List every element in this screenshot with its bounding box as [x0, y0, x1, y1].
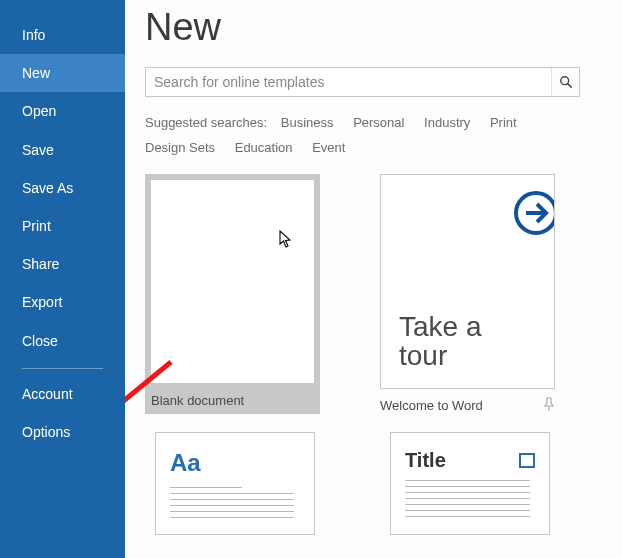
page-title: New	[145, 6, 602, 49]
sidebar-item-share[interactable]: Share	[0, 245, 125, 283]
search-icon	[559, 75, 573, 89]
sidebar-item-label: Close	[22, 333, 58, 349]
sidebar-item-account[interactable]: Account	[0, 375, 125, 413]
suggested-link-business[interactable]: Business	[281, 115, 334, 130]
template-label: Welcome to Word	[380, 398, 483, 413]
suggested-link-print[interactable]: Print	[490, 115, 517, 130]
sidebar-item-label: Save	[22, 142, 54, 158]
search-input[interactable]	[146, 68, 551, 96]
suggested-searches: Suggested searches: Business Personal In…	[145, 111, 585, 160]
sidebar-item-export[interactable]: Export	[0, 283, 125, 321]
sidebar-item-label: Info	[22, 27, 45, 43]
sidebar-item-save-as[interactable]: Save As	[0, 169, 125, 207]
template-thumbnail: Take a tour	[380, 174, 555, 389]
sidebar-item-label: Print	[22, 218, 51, 234]
template-thumbnail	[145, 174, 320, 389]
search-row	[145, 67, 580, 97]
sidebar-item-label: Options	[22, 424, 70, 440]
sidebar-item-save[interactable]: Save	[0, 131, 125, 169]
suggested-label: Suggested searches:	[145, 115, 267, 130]
tour-heading: Take a tour	[399, 312, 482, 371]
template-preview-title[interactable]: Title	[390, 432, 550, 535]
template-welcome-to-word[interactable]: Take a tour Welcome to Word	[380, 174, 555, 414]
sidebar-item-options[interactable]: Options	[0, 413, 125, 451]
svg-line-1	[567, 84, 571, 88]
document-icon	[519, 453, 535, 468]
sidebar-item-label: Share	[22, 256, 59, 272]
preview-heading: Aa	[170, 449, 300, 477]
preview-lines	[170, 487, 300, 518]
preview-heading: Title	[405, 449, 446, 472]
template-blank-document[interactable]: Blank document	[145, 174, 320, 414]
sidebar-item-close[interactable]: Close	[0, 322, 125, 360]
arrow-right-circle-icon	[512, 189, 555, 237]
templates-row-2: Aa Title	[155, 432, 602, 535]
suggested-link-education[interactable]: Education	[235, 140, 293, 155]
template-label: Blank document	[151, 393, 244, 408]
sidebar-item-info[interactable]: Info	[0, 16, 125, 54]
suggested-link-personal[interactable]: Personal	[353, 115, 404, 130]
preview-lines	[405, 480, 535, 517]
main-panel: New Suggested searches: Business Persona…	[125, 0, 622, 558]
templates-row-1: Blank document Take a tour	[145, 174, 602, 414]
suggested-link-industry[interactable]: Industry	[424, 115, 470, 130]
suggested-link-event[interactable]: Event	[312, 140, 345, 155]
template-preview-aa[interactable]: Aa	[155, 432, 315, 535]
sidebar-item-print[interactable]: Print	[0, 207, 125, 245]
sidebar-item-open[interactable]: Open	[0, 92, 125, 130]
sidebar-item-label: Export	[22, 294, 62, 310]
sidebar-divider	[22, 368, 103, 369]
sidebar-item-new[interactable]: New	[0, 54, 125, 92]
sidebar-item-label: Account	[22, 386, 73, 402]
sidebar-item-label: Save As	[22, 180, 73, 196]
backstage-sidebar: Info New Open Save Save As Print Share E…	[0, 0, 125, 558]
search-button[interactable]	[551, 68, 579, 96]
suggested-link-design-sets[interactable]: Design Sets	[145, 140, 215, 155]
cursor-icon	[279, 230, 295, 250]
sidebar-item-label: Open	[22, 103, 56, 119]
pin-icon[interactable]	[543, 397, 555, 414]
sidebar-item-label: New	[22, 65, 50, 81]
